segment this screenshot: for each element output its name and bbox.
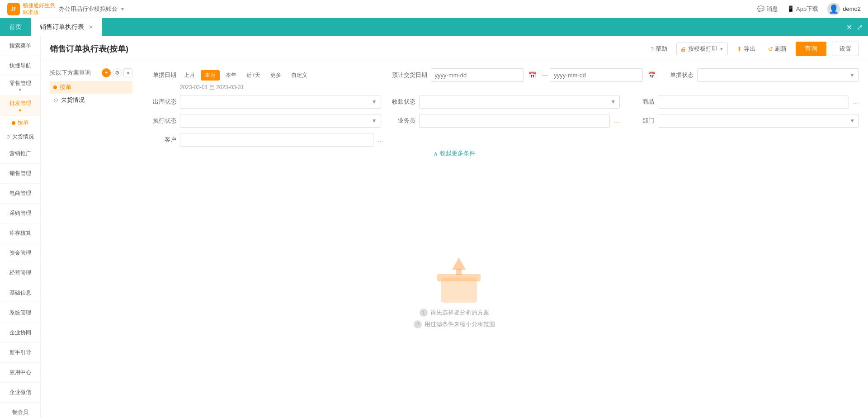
purchase-label: 采购管理	[9, 209, 31, 217]
salesperson-ellipsis-icon[interactable]: …	[613, 117, 620, 124]
goods-field: 商品 …	[627, 95, 859, 109]
sidebar-item-marketing[interactable]: 营销推广	[0, 144, 40, 164]
delivery-status-arrow-icon: ▼	[372, 99, 377, 105]
date-label: 单据日期	[149, 71, 176, 79]
export-btn[interactable]: ⬆ 导出	[733, 43, 759, 55]
collapse-conditions-btn[interactable]: ∧ 收起更多条件	[50, 147, 859, 157]
collapse-scheme-btn[interactable]: «	[123, 68, 132, 77]
sidebar-item-ecommerce[interactable]: 电商管理	[0, 184, 40, 204]
sidebar-item-basic-info[interactable]: 基础信息	[0, 283, 40, 303]
settings-btn[interactable]: 设置	[832, 42, 859, 56]
period-last-month[interactable]: 上月	[180, 70, 199, 81]
tab-minimize-icon[interactable]: ✕	[846, 23, 852, 32]
date-field: 单据日期 上月 本月 本年 近7天 更多 自定义	[149, 70, 385, 81]
period-more[interactable]: 更多	[266, 70, 285, 81]
period-this-year[interactable]: 本年	[222, 70, 241, 81]
date-range-display: 2023-03-01 至 2023-03-31	[180, 84, 244, 91]
salesperson-label: 业务员	[388, 117, 415, 125]
debt-icon: ⊙	[6, 134, 10, 140]
goods-ellipsis-icon[interactable]: …	[853, 98, 859, 105]
tab-close-icon[interactable]: ✕	[89, 24, 93, 30]
retail-label: 零售管理	[9, 80, 31, 87]
filter-row-date-display: 2023-03-01 至 2023-03-31	[149, 84, 859, 91]
execution-status-select[interactable]: ▼	[180, 114, 381, 128]
period-this-month[interactable]: 本月	[201, 70, 220, 81]
sidebar-sub-wholesale: 按单 ⊙ 欠货情况	[0, 116, 40, 144]
period-custom[interactable]: 自定义	[287, 70, 311, 81]
sidebar-item-member[interactable]: 畅会员	[0, 403, 40, 418]
date-period-btns: 上月 本月 本年 近7天 更多 自定义	[180, 70, 311, 81]
sidebar-item-operation[interactable]: 经营管理	[0, 263, 40, 283]
filter-row-4: 客户 …	[149, 133, 859, 147]
app-center-label: 应用中心	[9, 369, 31, 376]
sidebar-sub-orders[interactable]: 按单	[0, 116, 40, 130]
debt-scheme-icon: ⊙	[53, 97, 58, 104]
expected-date-from[interactable]	[431, 68, 524, 82]
tab-sales-order[interactable]: 销售订单执行表 ✕	[31, 18, 102, 36]
help-btn[interactable]: ? 帮助	[647, 43, 671, 55]
svg-rect-3	[456, 269, 462, 275]
order-status-arrow-icon: ▼	[849, 72, 855, 78]
collapse-arrow-icon: ∧	[434, 150, 438, 157]
sidebar-item-wholesale[interactable]: 批发管理 ▲	[0, 96, 40, 116]
newbie-label: 新手引导	[9, 349, 31, 356]
sidebar-item-app-center[interactable]: 应用中心	[0, 363, 40, 383]
sidebar-sub-debt[interactable]: ⊙ 欠货情况	[0, 130, 40, 144]
department-label: 部门	[627, 117, 654, 125]
goods-input[interactable]	[658, 95, 849, 109]
retail-arrow-icon: ▼	[18, 87, 23, 92]
refresh-btn[interactable]: ↺ 刷新	[764, 43, 790, 55]
sidebar-item-finance[interactable]: 资金管理	[0, 243, 40, 263]
sidebar-item-sales[interactable]: 销售管理	[0, 164, 40, 184]
scheme-item-debt[interactable]: ⊙ 欠货情况	[50, 94, 132, 106]
filter-row-3: 执行状态 ▼ 业务员 …	[149, 114, 859, 128]
sidebar-item-quick-nav[interactable]: 快捷导航	[0, 56, 40, 76]
breadcrumb: 办公用品行业模拟账套	[59, 5, 118, 13]
calendar-from-icon: 📅	[528, 71, 536, 79]
sidebar-item-purchase[interactable]: 采购管理	[0, 204, 40, 223]
print-template-btn[interactable]: 🖨 按模板打印 ▼	[676, 43, 728, 55]
sidebar-item-cooperation[interactable]: 企业协同	[0, 323, 40, 343]
tab-maximize-icon[interactable]: ⤢	[857, 23, 863, 32]
quick-nav-label: 快捷导航	[9, 62, 31, 70]
expected-date-to[interactable]	[550, 68, 643, 82]
empty-step-1: 1 请先选择要分析的方案	[420, 309, 489, 317]
sidebar-item-retail[interactable]: 零售管理 ▼	[0, 76, 40, 96]
order-status-select[interactable]: ▼	[697, 68, 859, 82]
add-scheme-btn[interactable]: +	[102, 68, 111, 77]
sidebar-item-system[interactable]: 系统管理	[0, 303, 40, 323]
calendar-to-icon: 📅	[648, 71, 656, 79]
tab-home[interactable]: 首页	[0, 18, 31, 36]
customer-input[interactable]	[180, 133, 373, 147]
payment-status-select[interactable]: ▼	[419, 95, 620, 109]
department-select[interactable]: ▼	[658, 114, 859, 128]
payment-status-arrow-icon: ▼	[610, 99, 616, 105]
customer-label: 客户	[149, 136, 176, 144]
data-area: 1 请先选择要分析的方案 2 用过滤条件来缩小分析范围	[41, 165, 868, 418]
sidebar-item-search-menu[interactable]: 搜索菜单	[0, 36, 40, 56]
empty-illustration-svg	[432, 255, 486, 305]
empty-illustration	[432, 255, 477, 300]
customer-ellipsis-icon[interactable]: …	[377, 136, 383, 143]
message-btn[interactable]: 💬 消息	[757, 5, 778, 13]
sidebar-item-newbie[interactable]: 新手引导	[0, 343, 40, 363]
user-area[interactable]: 👤 demo2	[827, 3, 861, 15]
logo-area[interactable]: 好 畅捷通好生意 标准版	[7, 2, 55, 15]
page-header-actions: ? 帮助 🖨 按模板打印 ▼ ⬆ 导出 ↺ 刷新	[647, 42, 859, 61]
breadcrumb-arrow[interactable]: ▾	[121, 6, 124, 12]
salesperson-input[interactable]	[419, 114, 610, 128]
period-last7days[interactable]: 近7天	[242, 70, 264, 81]
sidebar-item-inventory[interactable]: 库存核算	[0, 223, 40, 243]
department-arrow-icon: ▼	[849, 118, 855, 124]
settings-scheme-btn[interactable]: ⚙	[113, 68, 122, 77]
search-btn[interactable]: 查询	[796, 42, 826, 56]
app-download-btn[interactable]: 📱 App下载	[787, 5, 818, 13]
delivery-status-select[interactable]: ▼	[180, 95, 381, 109]
scheme-item-orders[interactable]: 按单	[50, 81, 132, 94]
expected-date-label: 预计交货日期	[392, 71, 427, 79]
tab-bar-actions: ✕ ⤢	[846, 23, 863, 32]
system-label: 系统管理	[9, 309, 31, 317]
sidebar-item-enterprise-wechat[interactable]: 企业微信	[0, 383, 40, 403]
payment-status-label: 收款状态	[388, 98, 415, 106]
help-icon: ?	[651, 46, 654, 52]
